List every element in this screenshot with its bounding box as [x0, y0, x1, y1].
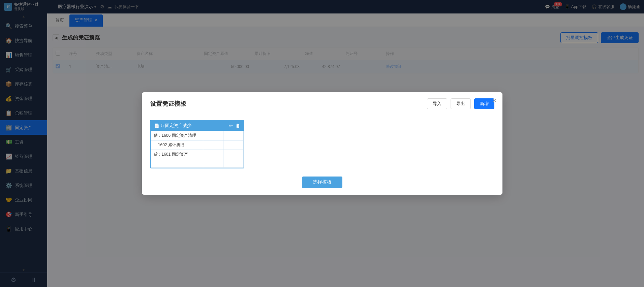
modal-overlay: 设置凭证模板 导入 导出 新增 ✕ 📄 5-固定资产减少 ✏ 🗑 [0, 0, 644, 287]
select-template-button[interactable]: 选择模板 [302, 177, 342, 188]
template-doc-icon: 📄 [154, 123, 159, 128]
new-button[interactable]: 新增 [474, 98, 494, 109]
empty-row [151, 159, 243, 168]
template-card: 📄 5-固定资产减少 ✏ 🗑 借：1606 固定资产清理 [150, 120, 244, 168]
edit-icon[interactable]: ✏ [229, 123, 233, 128]
delete-icon[interactable]: 🗑 [236, 123, 240, 128]
debit2-col1 [203, 140, 223, 150]
debit-col2 [223, 131, 243, 140]
template-name: 5-固定资产减少 [161, 123, 192, 129]
import-button[interactable]: 导入 [427, 98, 447, 109]
empty-cell-2 [203, 159, 223, 168]
template-card-header: 📄 5-固定资产减少 ✏ 🗑 [151, 121, 244, 131]
template-table: 借：1606 固定资产清理 1602 累计折旧 贷：1601 固定资产 [151, 131, 244, 168]
debit2-col2 [223, 140, 243, 150]
modal-close-button[interactable]: ✕ [492, 97, 497, 104]
credit-col2 [223, 150, 243, 159]
modal-title: 设置凭证模板 [150, 100, 186, 108]
modal-header-actions: 导入 导出 新增 [427, 98, 494, 109]
debit-col1 [203, 131, 223, 140]
template-card-actions: ✏ 🗑 [229, 123, 240, 128]
export-button[interactable]: 导出 [451, 98, 471, 109]
debit-label-1: 借：1606 固定资产清理 [151, 131, 203, 140]
debit-label-2: 1602 累计折旧 [151, 140, 203, 150]
debit-row-2: 1602 累计折旧 [151, 140, 243, 150]
empty-cell-1 [151, 159, 203, 168]
set-template-modal: 设置凭证模板 导入 导出 新增 ✕ 📄 5-固定资产减少 ✏ 🗑 [142, 92, 502, 195]
debit-row-1: 借：1606 固定资产清理 [151, 131, 243, 140]
credit-label-1: 贷：1601 固定资产 [151, 150, 203, 159]
template-card-title: 📄 5-固定资产减少 [154, 123, 192, 129]
modal-header: 设置凭证模板 导入 导出 新增 ✕ [142, 92, 502, 113]
modal-body: 📄 5-固定资产减少 ✏ 🗑 借：1606 固定资产清理 [142, 113, 502, 195]
credit-row-1: 贷：1601 固定资产 [151, 150, 243, 159]
empty-cell-3 [223, 159, 243, 168]
credit-col1 [203, 150, 223, 159]
